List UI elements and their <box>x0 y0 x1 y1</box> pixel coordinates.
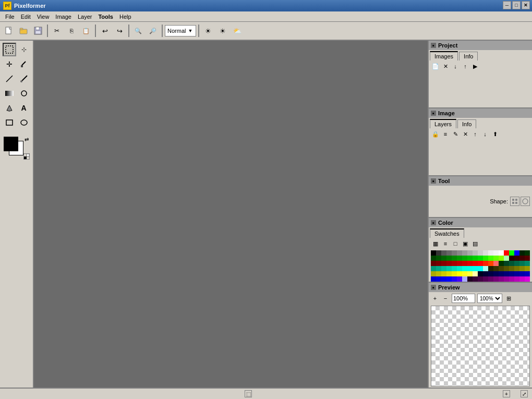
color-swatch[interactable] <box>441 261 446 266</box>
reset-colors-button[interactable] <box>23 153 30 160</box>
color-swatch[interactable] <box>441 256 446 261</box>
color-swatch[interactable] <box>504 261 509 266</box>
project-tab-images[interactable]: Images <box>430 51 458 61</box>
color-swatch[interactable] <box>467 271 473 276</box>
fill-tool[interactable] <box>3 101 16 115</box>
color-swatch[interactable] <box>462 271 467 276</box>
color-swatch[interactable] <box>483 276 488 282</box>
color-swatch[interactable] <box>514 271 519 276</box>
image-tab-layers[interactable]: Layers <box>430 119 456 128</box>
eyedropper-tool[interactable] <box>17 57 31 71</box>
color-list-btn[interactable]: ≡ <box>441 239 450 248</box>
color-swatch[interactable] <box>509 266 514 271</box>
color-swatch[interactable] <box>457 250 462 256</box>
maximize-button[interactable]: □ <box>512 1 521 9</box>
color-swatch[interactable] <box>452 256 457 261</box>
color-swatch[interactable] <box>499 266 504 271</box>
project-down-btn[interactable]: ↓ <box>451 62 460 71</box>
color-swatch[interactable] <box>462 261 467 266</box>
color-swatch[interactable] <box>436 250 441 256</box>
color-swatch[interactable] <box>499 261 504 266</box>
layer-delete-btn[interactable]: ✕ <box>461 129 470 139</box>
cut-button[interactable]: ✂ <box>50 24 64 38</box>
color-swatch[interactable] <box>504 256 509 261</box>
swap-colors-button[interactable]: ⇄ <box>25 137 29 142</box>
color-swatch[interactable] <box>483 261 488 266</box>
filter-button[interactable]: ⛅ <box>231 24 244 38</box>
color-swatch[interactable] <box>514 256 519 261</box>
color-med-btn[interactable]: ▣ <box>461 239 470 248</box>
menu-edit[interactable]: Edit <box>18 13 34 21</box>
preview-fit-btn[interactable]: ⊞ <box>504 294 513 303</box>
close-button[interactable]: ✕ <box>522 1 530 9</box>
color-swatch[interactable] <box>493 256 499 261</box>
color-swatch[interactable] <box>431 261 436 266</box>
image-tab-info[interactable]: Info <box>457 119 476 128</box>
color-swatch[interactable] <box>488 261 493 266</box>
foreground-color-swatch[interactable] <box>4 137 18 151</box>
color-swatch[interactable] <box>446 276 452 282</box>
color-swatch[interactable] <box>431 266 436 271</box>
save-button[interactable] <box>31 24 45 38</box>
brush-tool[interactable] <box>17 72 31 86</box>
paste-button[interactable]: 📋 <box>79 24 93 38</box>
color-swatch[interactable] <box>436 271 441 276</box>
color-swatch[interactable] <box>525 271 530 276</box>
color-swatch[interactable] <box>452 261 457 266</box>
menu-layer[interactable]: Layer <box>75 13 95 21</box>
color-swatch[interactable] <box>514 250 519 256</box>
color-swatch[interactable] <box>478 276 483 282</box>
menu-view[interactable]: View <box>34 13 53 21</box>
color-swatch[interactable] <box>452 271 457 276</box>
layer-down-btn[interactable]: ↓ <box>480 129 490 139</box>
preview-zoom-out-btn[interactable]: − <box>441 294 450 303</box>
project-play-btn[interactable]: ▶ <box>470 62 480 71</box>
preview-zoom-select[interactable]: 100% <box>477 294 502 303</box>
color-swatch[interactable] <box>436 266 441 271</box>
blend-mode-dropdown[interactable]: Normal ▼ <box>165 25 196 37</box>
color-swatch[interactable] <box>525 250 530 256</box>
color-swatch[interactable] <box>493 266 499 271</box>
color-swatch[interactable] <box>509 271 514 276</box>
color-swatch[interactable] <box>462 250 467 256</box>
color-swatch[interactable] <box>452 250 457 256</box>
color-swatch[interactable] <box>488 266 493 271</box>
color-swatch[interactable] <box>488 271 493 276</box>
open-button[interactable] <box>17 24 30 38</box>
project-new-btn[interactable]: 📄 <box>431 62 440 71</box>
color-swatch[interactable] <box>436 256 441 261</box>
color-swatch[interactable] <box>519 276 525 282</box>
status-expand-icon[interactable]: ⤢ <box>521 390 528 397</box>
color-swatch[interactable] <box>504 266 509 271</box>
color-swatch[interactable] <box>452 266 457 271</box>
color-swatch[interactable] <box>473 271 478 276</box>
color-swatch[interactable] <box>436 276 441 282</box>
color-swatch[interactable] <box>493 250 499 256</box>
color-swatch[interactable] <box>441 250 446 256</box>
color-swatch[interactable] <box>519 256 525 261</box>
color-swatch[interactable] <box>446 256 452 261</box>
color-swatch[interactable] <box>504 276 509 282</box>
color-swatch[interactable] <box>473 250 478 256</box>
color-swatch[interactable] <box>446 261 452 266</box>
project-delete-btn[interactable]: ✕ <box>441 62 450 71</box>
color-swatch[interactable] <box>457 266 462 271</box>
color-large-btn[interactable]: ▤ <box>470 239 480 248</box>
color-swatch[interactable] <box>431 271 436 276</box>
layer-top-btn[interactable]: ⬆ <box>490 129 500 139</box>
color-swatch[interactable] <box>467 256 473 261</box>
contrast-button[interactable]: ☀ <box>216 24 229 38</box>
color-swatch[interactable] <box>467 266 473 271</box>
copy-button[interactable]: ⎘ <box>65 24 78 38</box>
color-swatch[interactable] <box>462 266 467 271</box>
lasso-tool[interactable]: ⊹ <box>17 43 31 56</box>
gradient-tool[interactable] <box>3 87 16 100</box>
marquee-tool[interactable] <box>3 43 16 56</box>
color-swatch[interactable] <box>467 250 473 256</box>
brightness-button[interactable]: ☀ <box>201 24 215 38</box>
color-swatch[interactable] <box>499 271 504 276</box>
color-swatch[interactable] <box>509 261 514 266</box>
color-swatch[interactable] <box>499 256 504 261</box>
color-swatch[interactable] <box>493 276 499 282</box>
pencil-tool[interactable] <box>3 72 16 86</box>
